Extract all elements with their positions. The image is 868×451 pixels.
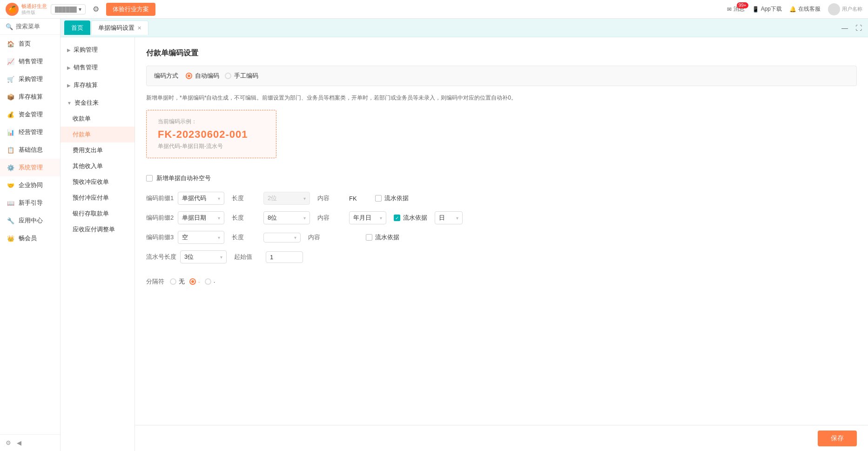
inventory-icon: 📦 <box>7 93 15 101</box>
start-value-input[interactable] <box>266 251 303 263</box>
top-bar-left: 🍊 畅通好生意 插件版 ██████ ▾ ⚙ 体验行业方案 <box>6 3 155 16</box>
sidebar-item-basic-info[interactable]: 📋 基础信息 <box>0 141 60 159</box>
content1-value: FK <box>349 195 368 202</box>
serial1-checkbox[interactable] <box>375 195 382 202</box>
encoding-radio-group: 自动编码 手工编码 <box>186 72 258 80</box>
sub-nav-group-inventory: ▶ 库存核算 <box>61 77 135 93</box>
sub-nav-item-pre-pay[interactable]: 预付冲应付单 <box>61 190 135 206</box>
length2-select[interactable]: 8位 ▾ <box>263 211 310 224</box>
settings-icon[interactable]: ⚙ <box>89 3 102 16</box>
brand-sub: 插件版 <box>21 9 47 15</box>
encoding-method-section: 编码方式 自动编码 手工编码 <box>146 66 857 86</box>
sidebar-item-inventory[interactable]: 📦 库存核算 <box>0 88 60 106</box>
content1-label: 内容 <box>317 194 345 202</box>
sub-nav-item-bank-deposit[interactable]: 银行存取款单 <box>61 206 135 222</box>
serial2-label: 流水依据 <box>403 214 427 222</box>
experience-button[interactable]: 体验行业方案 <box>106 3 155 16</box>
sidebar-item-label: 采购管理 <box>19 75 43 83</box>
sidebar-item-sales[interactable]: 📈 销售管理 <box>0 53 60 70</box>
form-area: 付款单编码设置 编码方式 自动编码 手工编码 <box>135 37 868 425</box>
length2-value: 8位 <box>268 214 277 222</box>
serial-length-select[interactable]: 3位 ▾ <box>180 250 227 263</box>
manual-encoding-radio[interactable]: 手工编码 <box>225 72 258 80</box>
sidebar-item-label: 资金管理 <box>19 110 43 119</box>
prefix3-select[interactable]: 空 ▾ <box>178 231 224 244</box>
sep-none-radio[interactable]: 无 <box>170 277 185 286</box>
footer-settings-icon[interactable]: ⚙ <box>6 439 11 446</box>
sep-dot-radio[interactable]: · <box>189 278 200 285</box>
tab-bar-controls: — ⛶ <box>839 22 864 34</box>
sidebar-item-label: 畅会员 <box>19 234 37 242</box>
messages-item[interactable]: ✉ 消息 99+ <box>727 5 745 13</box>
sidebar-item-guide[interactable]: 📖 新手引导 <box>0 194 60 212</box>
sub-nav-group-capital: ▼ 资金往来 收款单 付款单 费用支出单 其他收入单 预收冲应收单 预付冲应付单… <box>61 95 135 237</box>
sidebar-item-label: 经营管理 <box>19 128 43 136</box>
tab-minimize-icon[interactable]: — <box>839 22 850 34</box>
serial1-checkbox-item: 流水依据 <box>375 194 409 202</box>
sub-nav-sales-title[interactable]: ▶ 销售管理 <box>61 60 135 75</box>
length3-select[interactable]: ▾ <box>263 233 301 242</box>
content2-field: 内容 年月日 ▾ <box>317 211 386 224</box>
search-menu[interactable]: 🔍 搜索菜单 <box>0 19 60 35</box>
content3-label: 内容 <box>308 233 336 242</box>
sep-dot2-radio[interactable]: · <box>205 278 215 285</box>
sidebar-item-app-center[interactable]: 🔧 应用中心 <box>0 212 60 229</box>
length3-field: 长度 ▾ <box>232 233 301 242</box>
sidebar-item-finance[interactable]: 💰 资金管理 <box>0 106 60 123</box>
sub-nav-capital-title[interactable]: ▼ 资金往来 <box>61 95 135 111</box>
length2-arrow-icon: ▾ <box>303 215 306 221</box>
content2-label: 内容 <box>317 214 345 222</box>
serial-unit2-select[interactable]: 日 ▾ <box>435 211 463 224</box>
sidebar-item-cooperation[interactable]: 🤝 企业协同 <box>0 176 60 194</box>
brand-text: 畅通好生意 插件版 <box>21 3 47 15</box>
workspace-dropdown[interactable]: ██████ ▾ <box>51 4 86 14</box>
form-wrapper: 付款单编码设置 编码方式 自动编码 手工编码 <box>135 37 868 451</box>
prefix2-value: 单据日期 <box>182 214 206 222</box>
phone-icon: 📱 <box>752 6 759 13</box>
tab-home-label: 首页 <box>71 24 83 32</box>
tab-close-icon[interactable]: ✕ <box>137 25 141 31</box>
sub-nav-group-sales: ▶ 销售管理 <box>61 60 135 75</box>
serial-unit2-value: 日 <box>439 214 445 222</box>
app-download-item[interactable]: 📱 App下载 <box>752 5 782 13</box>
serial-unit2-arrow-icon: ▾ <box>456 215 458 221</box>
auto-fill-checkbox[interactable] <box>146 175 153 182</box>
tab-encoding-settings[interactable]: 单据编码设置 ✕ <box>91 20 148 35</box>
length1-select: 2位 ▾ <box>263 192 310 205</box>
tab-home[interactable]: 首页 <box>64 20 90 35</box>
preview-sub: 单据代码-单据日期-流水号 <box>158 142 265 150</box>
serial3-checkbox[interactable] <box>366 234 372 241</box>
sub-nav-inventory-title[interactable]: ▶ 库存核算 <box>61 77 135 93</box>
online-service-item[interactable]: 🔔 在线客服 <box>789 5 821 13</box>
serial2-checkbox[interactable]: ✓ <box>394 215 400 221</box>
sub-nav-item-pre-collect[interactable]: 预收冲应收单 <box>61 174 135 190</box>
save-button[interactable]: 保存 <box>818 431 857 446</box>
user-item[interactable]: 用户名称 <box>828 3 862 15</box>
sub-nav-item-payment[interactable]: 付款单 <box>61 127 135 142</box>
sidebar-item-system[interactable]: ⚙️ 系统管理 <box>0 159 60 176</box>
prefix1-select[interactable]: 单据代码 ▾ <box>178 192 224 205</box>
sub-nav-item-ar-ap-adjust[interactable]: 应收应付调整单 <box>61 222 135 237</box>
footer-collapse-icon[interactable]: ◀ <box>17 439 21 446</box>
app-download-label: App下载 <box>761 5 782 13</box>
sub-nav-item-other-income[interactable]: 其他收入单 <box>61 158 135 174</box>
content2-select[interactable]: 年月日 ▾ <box>349 211 386 224</box>
prefix2-field: 编码前缀2 单据日期 ▾ <box>146 211 224 224</box>
sidebar-item-purchase[interactable]: 🛒 采购管理 <box>0 70 60 88</box>
sidebar-item-label: 新手引导 <box>19 199 43 207</box>
sub-nav-item-receipt[interactable]: 收款单 <box>61 111 135 127</box>
finance-icon: 💰 <box>7 110 15 119</box>
app-center-icon: 🔧 <box>7 216 15 225</box>
guide-icon: 📖 <box>7 199 15 207</box>
tab-maximize-icon[interactable]: ⛶ <box>853 22 864 34</box>
sidebar-item-member[interactable]: 👑 畅会员 <box>0 229 60 247</box>
sidebar-item-label: 基础信息 <box>19 146 43 154</box>
sub-nav-purchase-title[interactable]: ▶ 采购管理 <box>61 42 135 58</box>
sidebar-item-operations[interactable]: 📊 经营管理 <box>0 123 60 141</box>
prefix2-select[interactable]: 单据日期 ▾ <box>178 211 224 224</box>
auto-encoding-radio[interactable]: 自动编码 <box>186 72 219 80</box>
sidebar-item-home[interactable]: 🏠 首页 <box>0 35 60 53</box>
sep-dot2-label: · <box>214 278 215 285</box>
sub-nav-item-expense[interactable]: 费用支出单 <box>61 142 135 158</box>
length1-field: 长度 2位 ▾ <box>232 192 310 205</box>
